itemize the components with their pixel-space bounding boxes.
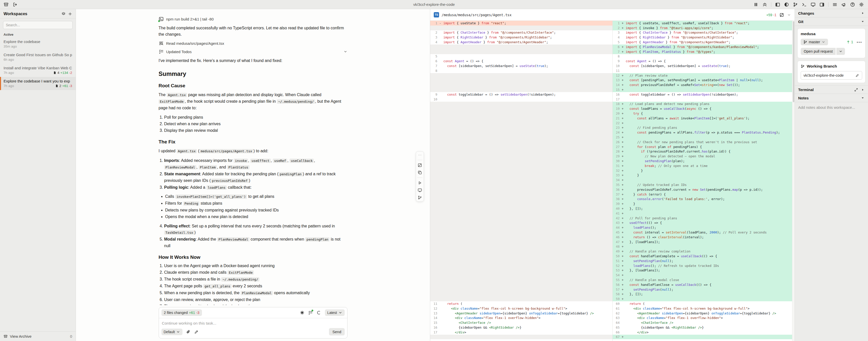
chevron-down-icon[interactable] <box>343 50 347 54</box>
copy-icon[interactable] <box>417 170 422 175</box>
loader-icon[interactable] <box>317 310 321 315</box>
list-item: The hook script creates a file in ~/.med… <box>164 276 347 283</box>
diff-line: 64 <ChatInterface /> <box>613 320 795 325</box>
working-branch-field[interactable]: vk/3ccf-explore-the-code <box>801 71 862 80</box>
send-button[interactable]: Send <box>329 328 344 335</box>
section-notes[interactable]: Notes <box>795 94 868 102</box>
workspace-item[interactable]: Create Good First Issues on Github So p6… <box>0 51 76 64</box>
diff-line: 44+ loadPlans(); <box>613 225 795 230</box>
diff-line <box>430 278 612 282</box>
diff-line: 10 <box>430 97 612 102</box>
workspace-item[interactable]: Explore the codebase35m ago <box>0 37 76 51</box>
message-input[interactable]: Continue working on this task... <box>159 318 347 326</box>
diff-removed-count: -1 <box>773 13 776 17</box>
git-branch-icon[interactable] <box>417 195 422 200</box>
add-workspace-icon[interactable] <box>68 12 72 16</box>
tool-call-label: Updated Todos <box>166 50 192 54</box>
diff-line <box>430 125 612 130</box>
diff-line: 34+ <box>613 178 795 182</box>
diff-line: 30+ setPendingPlan(plan); <box>613 159 795 163</box>
drag-handle-icon[interactable] <box>418 153 422 157</box>
diff-line <box>430 121 612 125</box>
monitor-icon[interactable] <box>417 188 422 192</box>
assistant-paragraph: The Agent.tsx page was missing all plan … <box>159 92 347 111</box>
scrollbar[interactable] <box>792 21 795 341</box>
diff-line: 45+ const interval = setInterval(loadPla… <box>613 230 795 235</box>
diff-line: 13+ const [pendingPlan, setPendingPlan] … <box>613 78 795 83</box>
diff-line <box>430 159 612 163</box>
todos-status-icon[interactable] <box>308 310 313 315</box>
diff-line <box>430 145 612 149</box>
diff-line <box>430 26 612 30</box>
workspace-time: 7h ago <box>4 71 14 74</box>
diff-line: 16 const toggleSidebar = () => setSideba… <box>613 92 795 97</box>
diff-line: 25+ <box>613 135 795 140</box>
workspace-item[interactable]: Explore the codebase I want you to exp7h… <box>0 77 76 90</box>
expand-icon[interactable] <box>854 88 858 92</box>
collapse-file-chevron-icon[interactable] <box>787 13 791 17</box>
diff-line: 31+ break; // Only open one at a time <box>613 163 795 168</box>
list-item: User can review, annotate, approve, or r… <box>164 297 347 303</box>
section-label-active: Active <box>0 31 76 37</box>
diff-split-view[interactable]: 1-import { useState } from "react";2impo… <box>430 21 795 341</box>
branch-selector[interactable]: master <box>801 39 828 45</box>
diff-line: 2import { ChatInterface } from "@/compon… <box>430 30 612 35</box>
diff-line: 27+ for (const plan of pendingPlans) { <box>613 145 795 149</box>
window-title: vk/3ccf-explore-the-code <box>0 2 868 7</box>
tool-call-row[interactable]: Read medusa/src/pages/Agent.tsx <box>159 41 347 46</box>
diff-line <box>430 73 612 78</box>
workspace-item[interactable]: Install and integrate Vibe Kanban Web C7… <box>0 64 76 77</box>
diff-line <box>430 335 612 339</box>
latest-dropdown[interactable]: Latest <box>325 309 344 316</box>
play-icon[interactable] <box>417 181 422 185</box>
diff-view-toggle-icon[interactable] <box>779 13 784 17</box>
diff-line <box>430 149 612 154</box>
chat-scroll-area[interactable]: npm run build 2>&1 | tail -80The build c… <box>76 9 430 305</box>
chevron-right-icon <box>861 88 865 92</box>
list-item: Poll for pending plans <box>164 114 347 120</box>
tool-call-row[interactable]: Updated Todos <box>159 49 347 54</box>
diff-line: 16 {sidebarOpen && <RightSidebar />} <box>430 325 612 330</box>
diff-line: 47+ }, [loadPlans]); <box>613 240 795 244</box>
diff-line: 36+ previousPlanIdsRef.current = new Set… <box>613 187 795 192</box>
workspace-time: 6h ago <box>4 58 14 61</box>
list-item: Imports: Added necessary imports for inv… <box>164 157 347 170</box>
files-changed-badge[interactable]: 2 files changed +61 -3 <box>161 309 202 316</box>
scrollbar-thumb[interactable] <box>793 21 794 102</box>
layers-icon[interactable] <box>61 12 66 16</box>
sparkle-icon[interactable] <box>300 310 304 315</box>
view-archive-label: View Archive <box>10 334 32 338</box>
diff-line <box>430 187 612 192</box>
view-archive-button[interactable]: View Archive 0 <box>0 331 76 341</box>
workspace-list: Explore the codebase35m agoCreate Good F… <box>0 37 76 90</box>
open-pull-request-button[interactable]: Open pull request <box>801 48 836 55</box>
search-input[interactable] <box>3 21 73 29</box>
diff-line <box>430 292 612 297</box>
git-more-menu[interactable]: ••• <box>857 40 862 44</box>
diff-line: 39+ } <box>613 202 795 206</box>
git-label: Git <box>798 20 803 24</box>
edit-pencil-icon[interactable] <box>855 73 859 78</box>
attach-icon[interactable] <box>186 330 191 334</box>
list-item: Polling logic: Added a loadPlans callbac… <box>164 184 347 191</box>
title-bar: vk/3ccf-explore-the-code <box>0 0 868 9</box>
diff-line <box>430 111 612 116</box>
tool-call-row[interactable]: npm run build 2>&1 | tail -80 <box>159 17 347 22</box>
section-changes[interactable]: Changes <box>795 9 868 18</box>
notes-placeholder[interactable]: Add notes about this workspace... <box>795 102 868 113</box>
numbered-list: Poll for pending plansDetect when a new … <box>159 114 347 133</box>
git-branch-icon <box>801 64 805 68</box>
diff-line: 52+ loadPlans(); // Refresh to update tr… <box>613 264 795 268</box>
diff-line: 33+ } <box>613 173 795 178</box>
diff-line: 26+ // Check for new pending plans that … <box>613 140 795 145</box>
mode-dropdown[interactable]: Default <box>161 329 182 335</box>
pull-request-options-button[interactable] <box>836 48 845 55</box>
heading: Root Cause <box>159 83 347 89</box>
diff-line <box>430 230 612 235</box>
section-terminal[interactable]: Terminal <box>795 86 868 94</box>
pen-icon[interactable] <box>194 330 199 334</box>
workspace-stats: 4+134-2 <box>53 71 72 74</box>
diff-toggle-icon[interactable] <box>417 163 422 167</box>
diff-line: 4import { RightSidebar } from "@/compone… <box>613 35 795 40</box>
section-git[interactable]: Git <box>795 18 868 26</box>
